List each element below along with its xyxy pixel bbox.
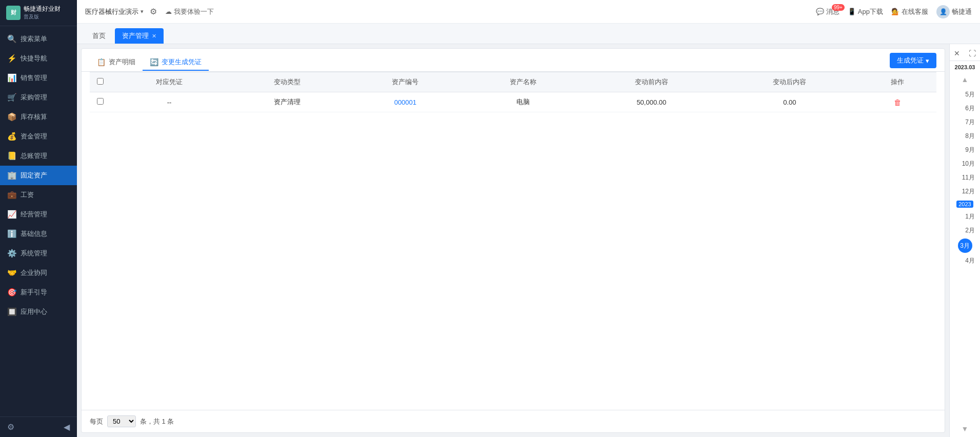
sidebar-item-system[interactable]: ⚙️ 系统管理 [0,244,77,263]
payroll-icon: 💼 [7,190,16,200]
sidebar-item-quick-nav[interactable]: ⚡ 快捷导航 [0,49,77,68]
sidebar-item-ledger[interactable]: 📒 总账管理 [0,146,77,166]
change-voucher-icon: 🔄 [150,58,158,66]
tab-close-icon[interactable]: ✕ [152,33,156,39]
service-icon: 💁 [891,8,899,15]
month-item-5[interactable]: 5月 [950,88,980,102]
sidebar-item-search[interactable]: 🔍 搜索菜单 [0,29,77,49]
per-page-select[interactable]: 50 10 20 100 [107,415,136,427]
sidebar-item-operations[interactable]: 📈 经营管理 [0,205,77,224]
inventory-icon: 📦 [7,112,16,122]
settings-footer-icon[interactable]: ⚙ [7,422,14,432]
experience-btn[interactable]: ☁ 我要体验一下 [165,7,214,16]
sidebar-item-inventory[interactable]: 📦 库存核算 [0,107,77,127]
system-icon: ⚙️ [7,249,16,258]
operations-icon: 📈 [7,210,16,219]
sidebar-item-label-quick-nav: 快捷导航 [21,54,47,63]
sidebar-item-label-fixed-assets: 固定资产 [21,171,47,180]
sidebar-item-label-enterprise: 企业协同 [21,268,47,277]
sidebar-item-fixed-assets[interactable]: 🏢 固定资产 [0,166,77,185]
sidebar-item-label-purchase: 采购管理 [21,93,47,102]
search-icon: 🔍 [7,34,16,44]
company-name: 医疗器械行业演示 [85,7,138,16]
experience-icon: ☁ [165,8,172,15]
right-panel: ✕ ⛶ 2023.03 ▲ 5月 6月 7月 8月 9月 10月 11月 12月… [949,44,980,437]
sales-icon: 📊 [7,73,16,83]
panel-down-btn[interactable]: ▼ [959,423,971,435]
month-item-8[interactable]: 8月 [950,129,980,143]
month-item-1[interactable]: 1月 [950,210,980,224]
sidebar-item-label-inventory: 库存核算 [21,112,47,122]
month-item-12[interactable]: 12月 [950,185,980,198]
purchase-icon: 🛒 [7,93,16,102]
online-service-btn[interactable]: 💁 在线客服 [891,7,928,16]
asset-detail-icon: 📋 [97,58,106,66]
sidebar-item-purchase[interactable]: 🛒 采购管理 [0,88,77,107]
right-panel-close-icon[interactable]: ✕ [954,49,960,57]
month-item-3-active[interactable]: 3月 [958,239,972,253]
month-item-10[interactable]: 10月 [950,157,980,171]
table-header-before: 变动前内容 [583,72,721,92]
table-wrap: 对应凭证 变动类型 资产编号 资产名称 变动前内容 变动后内容 操作 [82,72,945,410]
message-badge: 99+ [832,4,845,11]
right-panel-expand-icon[interactable]: ⛶ [969,49,976,57]
tab-home[interactable]: 首页 [85,28,113,44]
content-main: 📋 资产明细 🔄 变更生成凭证 生成凭证 ▾ [81,48,945,433]
app-download-label: App下载 [858,7,883,16]
sub-tabs: 📋 资产明细 🔄 变更生成凭证 生成凭证 ▾ [82,49,945,72]
content-area: 📋 资产明细 🔄 变更生成凭证 生成凭证 ▾ [77,44,980,437]
total-label: 条，共 1 条 [140,417,174,426]
table-header-change-type: 变动类型 [228,72,346,92]
month-item-2[interactable]: 2月 [950,224,980,237]
app-download-icon: 📱 [848,8,856,15]
sidebar-item-sales[interactable]: 📊 销售管理 [0,68,77,88]
collapse-icon[interactable]: ◀ [64,422,70,432]
month-item-9[interactable]: 9月 [950,143,980,157]
tab-home-label: 首页 [92,31,106,41]
generate-voucher-button[interactable]: 生成凭证 ▾ [890,53,936,68]
month-item-4[interactable]: 4月 [950,254,980,268]
sidebar-item-label-basic-info: 基础信息 [21,229,47,239]
panel-up-btn[interactable]: ▲ [959,73,971,86]
company-selector[interactable]: 医疗器械行业演示 ▾ [85,7,144,16]
tab-asset-label: 资产管理 [122,31,149,41]
sidebar-item-app-center[interactable]: 🔲 应用中心 [0,302,77,322]
delete-row-icon[interactable]: 🗑 [894,98,902,107]
table-header-asset-name: 资产名称 [464,72,582,92]
row-checkbox[interactable] [97,98,104,105]
pagination: 每页 50 10 20 100 条，共 1 条 [82,410,945,432]
sidebar-item-enterprise[interactable]: 🤝 企业协同 [0,263,77,283]
sub-tab-change-voucher[interactable]: 🔄 变更生成凭证 [143,54,209,71]
sidebar-item-guide[interactable]: 🎯 新手引导 [0,283,77,302]
generate-chevron-icon: ▾ [926,57,929,65]
topbar: 医疗器械行业演示 ▾ ⚙ ☁ 我要体验一下 💬 消息 99+ 📱 App下载 💁… [77,0,980,24]
month-item-7[interactable]: 7月 [950,115,980,129]
settings-icon[interactable]: ⚙ [150,7,157,16]
topbar-right: 💬 消息 99+ 📱 App下载 💁 在线客服 👤 畅捷通 [816,5,972,18]
sidebar-item-payroll[interactable]: 💼 工资 [0,185,77,205]
sidebar-item-label-guide: 新手引导 [21,288,47,297]
sidebar-item-label-app-center: 应用中心 [21,307,47,316]
app-download-btn[interactable]: 📱 App下载 [848,7,883,16]
company-chevron-icon: ▾ [141,8,144,15]
sidebar-item-label-ledger: 总账管理 [21,151,47,161]
month-item-11[interactable]: 11月 [950,171,980,185]
sub-tab-asset-detail[interactable]: 📋 资产明细 [90,54,143,71]
month-item-6[interactable]: 6月 [950,102,980,115]
user-menu[interactable]: 👤 畅捷通 [936,5,972,18]
row-voucher: -- [110,92,228,112]
logo-name: 畅捷通好业财 [24,5,61,13]
select-all-checkbox[interactable] [97,78,104,85]
sidebar-logo: 财 畅捷通好业财 普及版 [0,0,77,26]
messages-btn[interactable]: 💬 消息 99+ [816,7,839,16]
sidebar-item-basic-info[interactable]: ℹ️ 基础信息 [0,224,77,244]
table-header-asset-no: 资产编号 [346,72,464,92]
table-header-voucher: 对应凭证 [110,72,228,92]
row-action-cell: 🗑 [859,92,936,112]
row-checkbox-cell [90,92,110,112]
sidebar-item-label-system: 系统管理 [21,249,47,258]
tab-asset-management[interactable]: 资产管理 ✕ [115,28,164,44]
sidebar-item-funds[interactable]: 💰 资金管理 [0,127,77,146]
row-asset-name: 电脑 [464,92,582,112]
year-month-list: 5月 6月 7月 8月 9月 10月 11月 12月 2023 1月 2月 3月… [950,86,980,423]
